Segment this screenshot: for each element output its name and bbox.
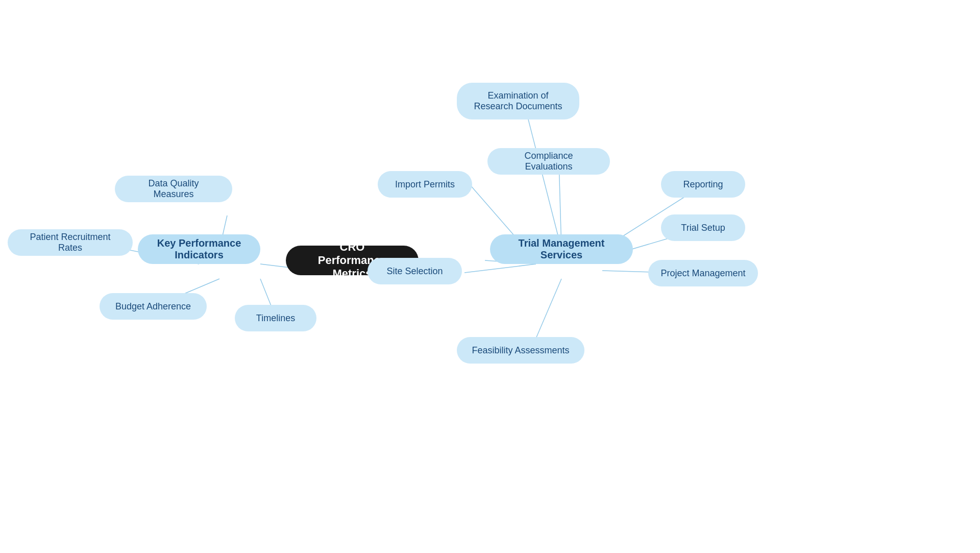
compliance-eval-node[interactable]: Compliance Evaluations [487, 148, 610, 175]
svg-line-9 [464, 264, 536, 273]
trial-setup-node[interactable]: Trial Setup [661, 214, 745, 241]
reporting-node[interactable]: Reporting [661, 171, 745, 198]
timelines-node[interactable]: Timelines [235, 305, 316, 331]
budget-adherence-node[interactable]: Budget Adherence [100, 293, 207, 320]
import-permits-node[interactable]: Import Permits [378, 171, 472, 198]
feasibility-assessments-node[interactable]: Feasibility Assessments [457, 337, 584, 364]
project-management-node[interactable]: Project Management [648, 260, 758, 286]
site-selection-node[interactable]: Site Selection [368, 258, 462, 284]
svg-line-6 [528, 119, 561, 249]
kpi-node[interactable]: Key Performance Indicators [138, 234, 260, 264]
data-quality-node[interactable]: Data Quality Measures [115, 176, 232, 202]
patient-recruitment-node[interactable]: Patient Recruitment Rates [8, 229, 133, 256]
tms-node[interactable]: Trial Management Services [490, 234, 633, 264]
erd-node[interactable]: Examination of Research Documents [457, 83, 579, 119]
